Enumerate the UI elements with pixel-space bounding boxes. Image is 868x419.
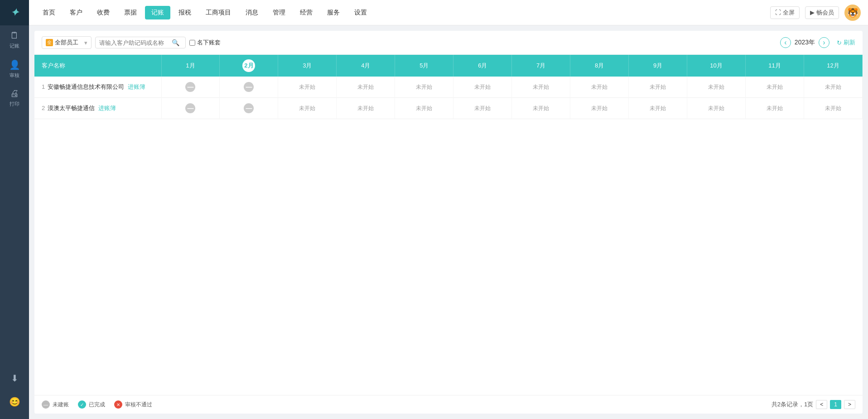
client-name: 安徽畅捷通信息技术有限公司 bbox=[48, 83, 124, 90]
search-input[interactable] bbox=[99, 39, 172, 46]
th-m6: 6月 bbox=[453, 55, 512, 77]
sidebar-item-audit[interactable]: 👤 审核 bbox=[0, 54, 29, 83]
page-current[interactable]: 1 bbox=[830, 400, 841, 409]
checkbox-label[interactable]: 名下账套 bbox=[189, 39, 221, 47]
fullscreen-icon: ⛶ bbox=[775, 9, 781, 16]
under-account-checkbox[interactable] bbox=[189, 40, 195, 46]
month-cell-6: 未开始 bbox=[453, 77, 512, 98]
employee-select[interactable]: 全 全部员工 ▾ bbox=[42, 36, 92, 49]
nav-service[interactable]: 服务 bbox=[321, 6, 346, 19]
th-m8: 8月 bbox=[570, 55, 629, 77]
client-name-cell: 1安徽畅捷通信息技术有限公司进账簿 bbox=[34, 77, 161, 98]
nav-home[interactable]: 首页 bbox=[36, 6, 62, 19]
status-not-started: 未开始 bbox=[533, 84, 549, 90]
legend-completed: ✓ 已完成 bbox=[78, 400, 105, 409]
logo: ✦ bbox=[0, 0, 29, 25]
enter-link[interactable]: 进账簿 bbox=[98, 105, 116, 111]
pagination: 共2条记录，1页 < 1 > bbox=[772, 400, 855, 409]
download-icon: ⬇ bbox=[11, 373, 19, 384]
month-cell-1: — bbox=[161, 77, 220, 98]
status-not-started: 未开始 bbox=[767, 84, 783, 90]
search-input-wrap: 🔍 bbox=[95, 37, 186, 48]
refresh-button[interactable]: ↻ 刷新 bbox=[837, 39, 855, 47]
vip-button[interactable]: ▶ 畅会员 bbox=[805, 6, 839, 19]
fullscreen-button[interactable]: ⛶ 全屏 bbox=[770, 6, 800, 19]
th-m3: 3月 bbox=[278, 55, 337, 77]
status-not-started: 未开始 bbox=[650, 105, 666, 111]
month-cell-9: 未开始 bbox=[629, 77, 687, 98]
status-dash-icon: — bbox=[185, 103, 195, 113]
th-m9: 9月 bbox=[629, 55, 687, 77]
avatar[interactable]: 🐯 bbox=[844, 5, 861, 21]
month-cell-12: 未开始 bbox=[804, 77, 862, 98]
support-icon: 😊 bbox=[9, 396, 20, 407]
client-name: 漠澳太平畅捷通信 bbox=[48, 105, 95, 111]
status-not-started: 未开始 bbox=[474, 105, 491, 111]
status-dash-icon: — bbox=[244, 103, 254, 113]
search-button[interactable]: 🔍 bbox=[172, 39, 179, 46]
status-not-started: 未开始 bbox=[825, 84, 841, 90]
vip-icon: ▶ bbox=[810, 9, 815, 16]
row-index: 1 bbox=[42, 83, 45, 90]
month-cell-10: 未开始 bbox=[687, 77, 746, 98]
th-m12: 12月 bbox=[804, 55, 862, 77]
sidebar-item-print[interactable]: 🖨 打印 bbox=[0, 83, 29, 112]
status-not-started: 未开始 bbox=[474, 84, 491, 90]
nav-bookkeeping[interactable]: 记账 bbox=[145, 6, 170, 19]
sidebar-item-label: 记账 bbox=[10, 43, 19, 49]
nav-message[interactable]: 消息 bbox=[239, 6, 265, 19]
sidebar-item-support[interactable]: 😊 bbox=[0, 390, 29, 414]
year-next-button[interactable]: › bbox=[819, 37, 829, 48]
sidebar-item-download[interactable]: ⬇ bbox=[0, 366, 29, 390]
table-wrap: 客户名称 1月 2月 3月 4月 5月 6月 7月 8月 9月 10月 11月 bbox=[34, 55, 863, 395]
status-not-started: 未开始 bbox=[708, 84, 724, 90]
status-dash-icon: — bbox=[185, 82, 195, 92]
sidebar-item-label: 打印 bbox=[10, 101, 19, 107]
th-name: 客户名称 bbox=[34, 55, 161, 77]
nav-invoice[interactable]: 票据 bbox=[118, 6, 143, 19]
status-not-started: 未开始 bbox=[825, 105, 841, 111]
sidebar-bottom: ⬇ 😊 bbox=[0, 366, 29, 419]
nav-billing[interactable]: 收费 bbox=[91, 6, 116, 19]
sidebar-item-bookkeeping[interactable]: 🗒 记账 bbox=[0, 25, 29, 54]
month-cell-11: 未开始 bbox=[746, 77, 804, 98]
status-not-started: 未开始 bbox=[357, 84, 374, 90]
nav-operations[interactable]: 经营 bbox=[294, 6, 319, 19]
nav-items: 首页 客户 收费 票据 记账 报税 工商项目 消息 管理 经营 服务 设置 bbox=[36, 6, 770, 19]
table-row: 1安徽畅捷通信息技术有限公司进账簿——未开始未开始未开始未开始未开始未开始未开始… bbox=[34, 77, 863, 98]
refresh-label: 刷新 bbox=[844, 39, 855, 47]
nav-client[interactable]: 客户 bbox=[63, 6, 89, 19]
status-not-started: 未开始 bbox=[533, 105, 549, 111]
month-cell-1: — bbox=[161, 98, 220, 119]
th-m4: 4月 bbox=[337, 55, 395, 77]
th-m5: 5月 bbox=[395, 55, 453, 77]
nav-management[interactable]: 管理 bbox=[266, 6, 292, 19]
enter-link[interactable]: 进账簿 bbox=[128, 83, 145, 90]
month-cell-5: 未开始 bbox=[395, 77, 453, 98]
month-cell-2: — bbox=[220, 77, 278, 98]
status-not-started: 未开始 bbox=[416, 105, 432, 111]
status-not-started: 未开始 bbox=[591, 105, 608, 111]
status-not-started: 未开始 bbox=[708, 105, 724, 111]
status-not-started: 未开始 bbox=[767, 105, 783, 111]
month-cell-7: 未开始 bbox=[512, 77, 570, 98]
month-cell-8: 未开始 bbox=[570, 77, 629, 98]
nav-business[interactable]: 工商项目 bbox=[199, 6, 237, 19]
page-prev-button[interactable]: < bbox=[816, 400, 827, 409]
month-cell-9: 未开始 bbox=[629, 98, 687, 119]
year-prev-button[interactable]: ‹ bbox=[780, 37, 791, 48]
active-month: 2月 bbox=[242, 59, 255, 72]
month-cell-5: 未开始 bbox=[395, 98, 453, 119]
completed-dot: ✓ bbox=[78, 400, 86, 409]
status-not-started: 未开始 bbox=[591, 84, 608, 90]
nav-tax[interactable]: 报税 bbox=[172, 6, 198, 19]
bookkeeping-icon: 🗒 bbox=[10, 30, 19, 41]
nav-settings[interactable]: 设置 bbox=[348, 6, 373, 19]
audit-icon: 👤 bbox=[9, 59, 20, 70]
month-cell-11: 未开始 bbox=[746, 98, 804, 119]
status-not-started: 未开始 bbox=[299, 105, 315, 111]
th-m10: 10月 bbox=[687, 55, 746, 77]
toolbar: 全 全部员工 ▾ 🔍 名下账套 ‹ 2023年 › bbox=[34, 31, 863, 55]
vip-label: 畅会员 bbox=[816, 9, 834, 17]
page-next-button[interactable]: > bbox=[844, 400, 855, 409]
